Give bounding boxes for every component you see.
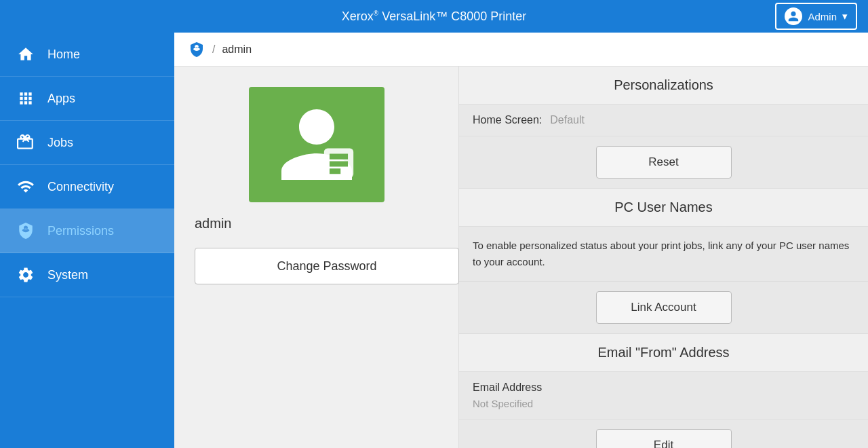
link-account-button[interactable]: Link Account [596, 291, 732, 324]
admin-button[interactable]: Admin ▾ [775, 3, 857, 30]
home-icon [16, 45, 35, 64]
link-account-button-row: Link Account [459, 282, 868, 333]
apps-icon [16, 89, 35, 108]
reset-button-row: Reset [459, 136, 868, 188]
sidebar-item-jobs-label: Jobs [47, 136, 73, 150]
sidebar-item-system-label: System [47, 268, 88, 282]
pc-user-names-header: PC User Names [459, 189, 868, 227]
permissions-icon [16, 221, 35, 240]
breadcrumb-icon [188, 41, 205, 58]
sidebar-item-home[interactable]: Home [0, 33, 174, 77]
header-title: Xerox® VersaLink™ C8000 Printer [342, 10, 527, 24]
main-content: / admin admin Change Password [174, 33, 868, 448]
username: admin [195, 216, 231, 231]
change-password-button[interactable]: Change Password [195, 248, 459, 284]
connectivity-icon [16, 177, 35, 196]
pc-user-names-body: To enable personalized status about your… [459, 227, 868, 334]
sidebar-item-home-label: Home [47, 48, 80, 62]
sidebar-item-jobs[interactable]: Jobs [0, 121, 174, 165]
header: Xerox® VersaLink™ C8000 Printer Admin ▾ [0, 0, 868, 33]
personalizations-body: Home Screen: Default Reset [459, 105, 868, 189]
pc-user-description: To enable personalized status about your… [459, 227, 868, 282]
email-address-row: Email Address Not Specified [459, 372, 868, 419]
edit-button-row: Edit [459, 419, 868, 448]
avatar [249, 87, 384, 202]
system-icon [16, 265, 35, 284]
email-address-value: Not Specified [473, 398, 854, 409]
breadcrumb-page: admin [222, 43, 252, 56]
email-address-label: Email Address [473, 381, 854, 394]
sidebar-item-connectivity-label: Connectivity [47, 180, 114, 194]
personalizations-header: Personalizations [459, 67, 868, 105]
left-panel: admin Change Password [174, 67, 459, 448]
admin-avatar-icon [785, 7, 802, 25]
sidebar-item-system[interactable]: System [0, 253, 174, 297]
home-screen-row: Home Screen: Default [459, 105, 868, 136]
edit-button[interactable]: Edit [596, 429, 732, 448]
email-from-header: Email "From" Address [459, 334, 868, 372]
content-area: admin Change Password Personalizations H… [174, 67, 868, 448]
sidebar-item-permissions[interactable]: Permissions [0, 209, 174, 253]
chevron-down-icon: ▾ [842, 10, 848, 22]
home-screen-value: Default [550, 114, 585, 126]
main-layout: Home Apps Jobs Connectivity [0, 33, 868, 448]
breadcrumb-separator: / [212, 43, 215, 56]
right-panel: Personalizations Home Screen: Default Re… [459, 67, 868, 448]
sidebar-item-apps-label: Apps [47, 92, 75, 106]
sidebar-item-connectivity[interactable]: Connectivity [0, 165, 174, 209]
sidebar-item-apps[interactable]: Apps [0, 77, 174, 121]
admin-label: Admin [808, 11, 837, 22]
reset-button[interactable]: Reset [596, 146, 732, 179]
sidebar-item-permissions-label: Permissions [47, 224, 114, 238]
email-from-body: Email Address Not Specified Edit [459, 372, 868, 448]
jobs-icon [16, 133, 35, 152]
breadcrumb: / admin [174, 33, 868, 67]
sidebar: Home Apps Jobs Connectivity [0, 33, 174, 448]
home-screen-label: Home Screen: [473, 114, 542, 126]
